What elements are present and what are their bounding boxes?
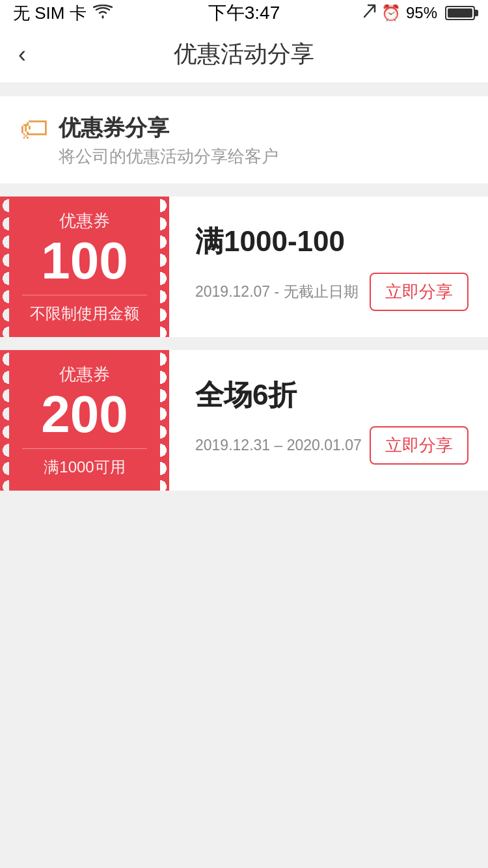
- coupon-card-1: 优惠券 100 不限制使用金额 满1000-100 2019.12.07 - 无…: [0, 197, 488, 337]
- coupon-label-1: 优惠券: [59, 210, 110, 232]
- coupon-list: 优惠券 100 不限制使用金额 满1000-100 2019.12.07 - 无…: [0, 197, 488, 504]
- battery-icon: [445, 6, 475, 20]
- coupon-condition-1: 不限制使用金额: [30, 303, 139, 324]
- status-time: 下午3:47: [208, 1, 280, 25]
- battery-percent: 95%: [406, 4, 437, 22]
- coupon-date-2: 2019.12.31 – 2020.01.07: [195, 437, 362, 454]
- coupon-amount-1: 100: [41, 235, 128, 287]
- bottom-area: [0, 504, 488, 829]
- page-title: 优惠活动分享: [174, 38, 314, 70]
- coupon-condition-2: 满1000可用: [44, 457, 125, 478]
- coupon-name-2: 全场6折: [195, 376, 468, 414]
- nav-bar: ‹ 优惠活动分享: [0, 26, 488, 83]
- coupon-date-row-1: 2019.12.07 - 无截止日期 立即分享: [195, 273, 468, 311]
- coupon-right-2: 全场6折 2019.12.31 – 2020.01.07 立即分享: [169, 350, 488, 491]
- coupon-right-1: 满1000-100 2019.12.07 - 无截止日期 立即分享: [169, 197, 488, 337]
- section-subtitle: 将公司的优惠活动分享给客户: [59, 145, 278, 168]
- status-left: 无 SIM 卡: [13, 2, 113, 25]
- alarm-icon: ⏰: [381, 4, 401, 22]
- coupon-section-icon: 🏷: [20, 115, 48, 143]
- coupon-left-2: 优惠券 200 满1000可用: [0, 350, 169, 491]
- section-header: 🏷 优惠券分享 将公司的优惠活动分享给客户: [0, 96, 488, 183]
- coupon-divider-2: [22, 448, 147, 449]
- coupon-amount-2: 200: [41, 388, 128, 441]
- section-title: 优惠券分享: [59, 115, 278, 141]
- status-bar: 无 SIM 卡 下午3:47 ⏰ 95%: [0, 0, 488, 26]
- coupon-left-1: 优惠券 100 不限制使用金额: [0, 197, 169, 337]
- coupon-divider-1: [22, 295, 147, 295]
- section-text: 优惠券分享 将公司的优惠活动分享给客户: [59, 115, 278, 168]
- location-icon: [363, 4, 376, 22]
- status-right: ⏰ 95%: [363, 4, 475, 22]
- coupon-label-2: 优惠券: [59, 363, 110, 386]
- share-button-2[interactable]: 立即分享: [370, 426, 468, 465]
- coupon-card-2: 优惠券 200 满1000可用 全场6折 2019.12.31 – 2020.0…: [0, 350, 488, 491]
- back-button[interactable]: ‹: [18, 41, 26, 68]
- share-button-1[interactable]: 立即分享: [370, 273, 468, 311]
- wifi-icon: [93, 3, 113, 23]
- coupon-name-1: 满1000-100: [195, 223, 468, 261]
- signal-text: 无 SIM 卡: [13, 2, 87, 25]
- coupon-date-1: 2019.12.07 - 无截止日期: [195, 282, 359, 302]
- coupon-date-row-2: 2019.12.31 – 2020.01.07 立即分享: [195, 426, 468, 465]
